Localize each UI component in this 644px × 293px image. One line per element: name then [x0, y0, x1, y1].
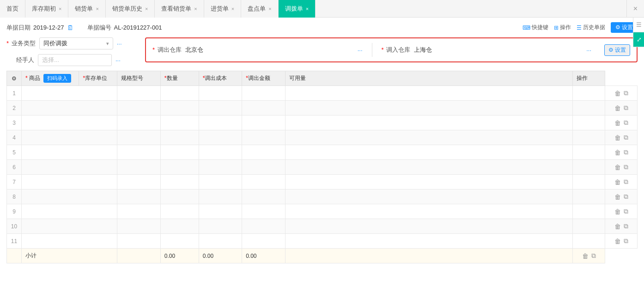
scan-button[interactable]: 扫码录入 — [43, 74, 71, 83]
row-spec-6[interactable] — [160, 160, 199, 175]
row-cost-1[interactable] — [242, 86, 285, 101]
row-spec-2[interactable] — [160, 101, 199, 116]
row-qty-10[interactable] — [199, 219, 242, 234]
row-spec-4[interactable] — [160, 130, 199, 145]
row-cost-5[interactable] — [242, 145, 285, 160]
handler-ellipsis[interactable]: ··· — [115, 57, 121, 64]
row-unit-8[interactable] — [117, 189, 160, 204]
tab-sales-order-close[interactable]: × — [96, 6, 98, 12]
row-product-3[interactable] — [22, 116, 117, 130]
tab-purchase[interactable]: 进货单 × — [204, 0, 241, 18]
tab-transfer[interactable]: 调拨单 × — [279, 0, 316, 18]
row-amount-1[interactable] — [285, 86, 572, 101]
row-delete-icon-9[interactable]: 🗑 — [614, 208, 621, 215]
row-delete-icon-7[interactable]: 🗑 — [614, 178, 621, 186]
tab-view-sales[interactable]: 查看销货单 × — [155, 0, 204, 18]
row-qty-8[interactable] — [199, 189, 242, 204]
subtotal-copy-icon[interactable]: ⧉ — [591, 252, 596, 260]
tab-inventory-init[interactable]: 库存期初 × — [25, 0, 68, 18]
row-qty-5[interactable] — [199, 145, 242, 160]
row-qty-1[interactable] — [199, 86, 242, 101]
row-cost-11[interactable] — [242, 234, 285, 249]
row-qty-9[interactable] — [199, 204, 242, 219]
row-spec-8[interactable] — [160, 189, 199, 204]
row-amount-2[interactable] — [285, 101, 572, 116]
row-cost-7[interactable] — [242, 175, 285, 189]
row-cost-6[interactable] — [242, 160, 285, 175]
row-copy-icon-9[interactable]: ⧉ — [624, 208, 628, 215]
row-amount-8[interactable] — [285, 189, 572, 204]
sidebar-list-icon[interactable]: ☰ — [633, 18, 644, 32]
row-unit-3[interactable] — [117, 116, 160, 130]
row-copy-icon-5[interactable]: ⧉ — [624, 148, 628, 156]
row-product-7[interactable] — [22, 175, 117, 189]
row-amount-6[interactable] — [285, 160, 572, 175]
row-product-6[interactable] — [22, 160, 117, 175]
history-link[interactable]: ☰ 历史单据 — [577, 24, 605, 31]
row-spec-1[interactable] — [160, 86, 199, 101]
row-product-10[interactable] — [22, 219, 117, 234]
row-spec-3[interactable] — [160, 116, 199, 130]
row-copy-icon-8[interactable]: ⧉ — [624, 193, 628, 201]
tab-transfer-close[interactable]: × — [306, 6, 309, 12]
row-product-11[interactable] — [22, 234, 117, 249]
row-amount-3[interactable] — [285, 116, 572, 130]
row-cost-4[interactable] — [242, 130, 285, 145]
row-delete-icon-2[interactable]: 🗑 — [614, 104, 621, 112]
row-qty-6[interactable] — [199, 160, 242, 175]
row-qty-11[interactable] — [199, 234, 242, 249]
row-product-5[interactable] — [22, 145, 117, 160]
row-unit-9[interactable] — [117, 204, 160, 219]
operate-link[interactable]: ⊞ 操作 — [554, 24, 571, 31]
row-amount-9[interactable] — [285, 204, 572, 219]
row-copy-icon-7[interactable]: ⧉ — [624, 178, 628, 186]
row-spec-5[interactable] — [160, 145, 199, 160]
tab-sales-history[interactable]: 销货单历史 × — [106, 0, 155, 18]
row-delete-icon-1[interactable]: 🗑 — [614, 90, 621, 97]
row-product-2[interactable] — [22, 101, 117, 116]
row-unit-1[interactable] — [117, 86, 160, 101]
business-type-select[interactable]: 同价调拨 ▾ — [39, 37, 113, 49]
row-qty-3[interactable] — [199, 116, 242, 130]
warehouse-out-ellipsis[interactable]: ··· — [358, 47, 363, 54]
row-amount-4[interactable] — [285, 130, 572, 145]
row-unit-11[interactable] — [117, 234, 160, 249]
row-delete-icon-10[interactable]: 🗑 — [614, 223, 621, 230]
window-close-button[interactable]: × — [626, 0, 644, 18]
row-delete-icon-4[interactable]: 🗑 — [614, 134, 621, 141]
shortcut-link[interactable]: ⌨ 快捷键 — [522, 24, 548, 31]
tab-view-sales-close[interactable]: × — [194, 6, 197, 12]
row-delete-icon-8[interactable]: 🗑 — [614, 193, 621, 201]
row-amount-7[interactable] — [285, 175, 572, 189]
tab-inventory-close[interactable]: × — [268, 6, 271, 12]
row-copy-icon-1[interactable]: ⧉ — [624, 89, 628, 97]
warehouse-in-ellipsis[interactable]: ··· — [586, 47, 591, 54]
tab-inventory[interactable]: 盘点单 × — [241, 0, 278, 18]
subtotal-delete-icon[interactable]: 🗑 — [582, 252, 589, 260]
row-copy-icon-3[interactable]: ⧉ — [624, 119, 628, 127]
warehouse-settings-button[interactable]: ⚙ 设置 — [604, 44, 630, 56]
row-spec-9[interactable] — [160, 204, 199, 219]
business-type-ellipsis[interactable]: ··· — [117, 40, 122, 47]
row-product-9[interactable] — [22, 204, 117, 219]
row-unit-4[interactable] — [117, 130, 160, 145]
row-cost-3[interactable] — [242, 116, 285, 130]
row-cost-9[interactable] — [242, 204, 285, 219]
row-product-1[interactable] — [22, 86, 117, 101]
tab-sales-order[interactable]: 销货单 × — [68, 0, 105, 18]
col-gear[interactable]: ⚙ — [7, 71, 22, 86]
row-unit-5[interactable] — [117, 145, 160, 160]
row-spec-7[interactable] — [160, 175, 199, 189]
row-amount-10[interactable] — [285, 219, 572, 234]
tab-sales-history-close[interactable]: × — [145, 6, 148, 12]
row-product-4[interactable] — [22, 130, 117, 145]
row-cost-8[interactable] — [242, 189, 285, 204]
tab-purchase-close[interactable]: × — [231, 6, 234, 12]
row-spec-10[interactable] — [160, 219, 199, 234]
sidebar-expand-icon[interactable]: ⤢ — [633, 32, 644, 47]
handler-select[interactable]: 选择... — [38, 54, 112, 66]
row-copy-icon-2[interactable]: ⧉ — [624, 104, 628, 112]
tab-home[interactable]: 首页 — [0, 0, 25, 18]
row-copy-icon-11[interactable]: ⧉ — [624, 237, 628, 245]
row-copy-icon-6[interactable]: ⧉ — [624, 163, 628, 171]
